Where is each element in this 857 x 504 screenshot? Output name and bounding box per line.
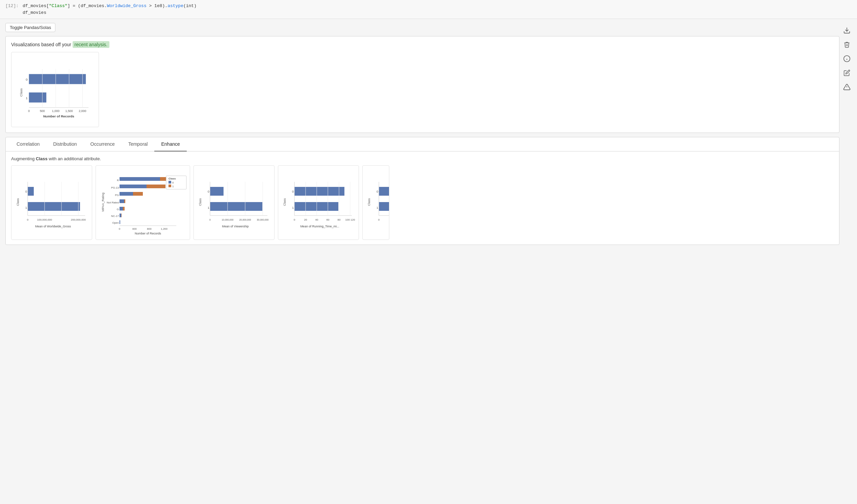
svg-rect-98	[379, 187, 389, 196]
svg-rect-79	[295, 187, 345, 196]
svg-rect-38	[119, 185, 147, 188]
svg-text:0: 0	[208, 190, 209, 193]
svg-text:1: 1	[292, 206, 294, 209]
svg-text:0: 0	[119, 227, 120, 230]
info-icon[interactable]	[842, 54, 852, 64]
code-cell: [12]: df_movies["Class"] = (df_movies.Wo…	[0, 0, 857, 19]
svg-text:Class: Class	[199, 198, 202, 206]
svg-rect-39	[147, 185, 166, 188]
class-distribution-chart: Class 0 1 0 500 1,000 1,500 2,0	[15, 56, 95, 122]
svg-text:R: R	[117, 179, 119, 182]
svg-text:Class: Class	[367, 198, 371, 206]
delete-icon[interactable]	[842, 40, 852, 49]
svg-text:1: 1	[376, 206, 378, 209]
svg-text:1,500: 1,500	[66, 109, 73, 113]
svg-rect-17	[28, 187, 34, 196]
svg-rect-40	[119, 192, 133, 196]
svg-text:0: 0	[28, 109, 30, 113]
svg-rect-44	[119, 207, 123, 210]
svg-rect-47	[121, 213, 121, 217]
svg-text:0: 0	[172, 181, 174, 184]
svg-rect-45	[123, 207, 124, 210]
svg-text:60: 60	[326, 218, 330, 221]
svg-text:MPAA_Rating: MPAA_Rating	[101, 193, 105, 211]
svg-text:NC-17: NC-17	[111, 214, 119, 218]
toggle-pandas-solas-button[interactable]: Toggle Pandas/Solas	[5, 23, 55, 32]
augment-description: Augmenting Class with an additional attr…	[11, 156, 834, 161]
bar-class-1	[29, 92, 47, 103]
svg-text:1,000: 1,000	[52, 109, 60, 113]
svg-text:0: 0	[292, 190, 294, 193]
tab-temporal[interactable]: Temporal	[121, 137, 155, 152]
svg-text:20,000,000: 20,000,000	[239, 219, 251, 221]
code-line-1: df_movies["Class"] = (df_movies.Worldwid…	[23, 3, 852, 10]
tab-occurrence[interactable]: Occurrence	[84, 137, 121, 152]
svg-text:20: 20	[304, 218, 307, 221]
svg-text:800: 800	[147, 227, 152, 230]
chart-viewership: Class 0 1 0	[194, 165, 274, 240]
tab-correlation[interactable]: Correlation	[10, 137, 46, 152]
viz-header: Visualizations based off your recent ana…	[11, 42, 834, 47]
content-area: Toggle Pandas/Solas Visualizations based…	[5, 23, 839, 245]
tab-enhance[interactable]: Enhance	[154, 137, 186, 152]
chart-mpaa-rating: MPAA_Rating R PG-13 PG Not Rated G NC-17…	[96, 165, 190, 240]
tab-enhance-content: Augmenting Class with an additional attr…	[6, 152, 839, 245]
svg-text:Mean of Running_Time_mi...: Mean of Running_Time_mi...	[300, 225, 339, 228]
recent-analysis-highlight: recent analysis.	[72, 41, 110, 48]
svg-text:Not Rated: Not Rated	[107, 201, 119, 204]
svg-text:G: G	[117, 208, 119, 211]
svg-text:0: 0	[27, 218, 29, 221]
cell-number: [12]:	[5, 3, 19, 8]
svg-text:10,000,000: 10,000,000	[221, 219, 233, 221]
code-content: df_movies["Class"] = (df_movies.Worldwid…	[23, 3, 852, 16]
main-chart-thumbnail: Class 0 1 0 500 1,000 1,500 2,0	[11, 52, 99, 127]
svg-text:0: 0	[26, 77, 28, 81]
svg-text:0: 0	[376, 190, 378, 193]
svg-text:Open: Open	[112, 221, 119, 224]
chart-worldwide-gross: Class 0 1	[11, 165, 92, 240]
svg-text:PG-13: PG-13	[111, 186, 119, 189]
svg-rect-99	[379, 202, 389, 211]
svg-rect-80	[295, 202, 338, 211]
svg-text:0: 0	[378, 218, 380, 221]
svg-rect-65	[210, 202, 262, 211]
svg-rect-18	[28, 202, 80, 211]
svg-text:1: 1	[26, 96, 28, 100]
svg-text:1,200: 1,200	[161, 227, 168, 230]
svg-text:200,000,000: 200,000,000	[71, 218, 86, 221]
tab-distribution[interactable]: Distribution	[46, 137, 83, 152]
svg-rect-42	[119, 199, 124, 203]
svg-text:0: 0	[25, 190, 27, 193]
tabs-row: Correlation Distribution Occurrence Temp…	[6, 137, 839, 152]
bar-class-0	[29, 74, 86, 84]
svg-text:Class: Class	[168, 177, 176, 180]
svg-rect-48	[119, 220, 120, 224]
svg-rect-36	[119, 177, 160, 181]
svg-text:Mean of Viewership: Mean of Viewership	[222, 225, 249, 228]
svg-text:0: 0	[294, 218, 296, 221]
svg-text:40: 40	[315, 218, 318, 221]
svg-text:Number of Records: Number of Records	[135, 232, 162, 235]
svg-text:Class: Class	[283, 198, 286, 206]
code-line-2: df_movies	[23, 10, 852, 16]
sidebar-icons	[842, 23, 852, 245]
svg-text:1: 1	[172, 185, 174, 188]
edit-icon[interactable]	[842, 68, 852, 77]
toggle-button-container: Toggle Pandas/Solas	[5, 23, 839, 32]
warning-icon[interactable]	[842, 82, 852, 92]
svg-text:500: 500	[40, 109, 45, 113]
svg-text:PG: PG	[115, 194, 119, 197]
chart-partial: Class 0 1 0 Mean o...	[362, 165, 389, 240]
svg-text:1: 1	[25, 206, 27, 209]
charts-row: Class 0 1	[11, 165, 834, 240]
svg-text:400: 400	[132, 227, 137, 230]
svg-rect-41	[133, 192, 143, 196]
svg-text:Number of Records: Number of Records	[43, 115, 74, 118]
svg-rect-57	[168, 181, 171, 184]
download-icon[interactable]	[842, 25, 852, 35]
svg-text:2,000: 2,000	[79, 109, 86, 113]
svg-text:1: 1	[208, 206, 209, 209]
svg-text:Class: Class	[16, 198, 20, 206]
svg-rect-46	[119, 213, 121, 217]
svg-rect-59	[168, 185, 171, 187]
